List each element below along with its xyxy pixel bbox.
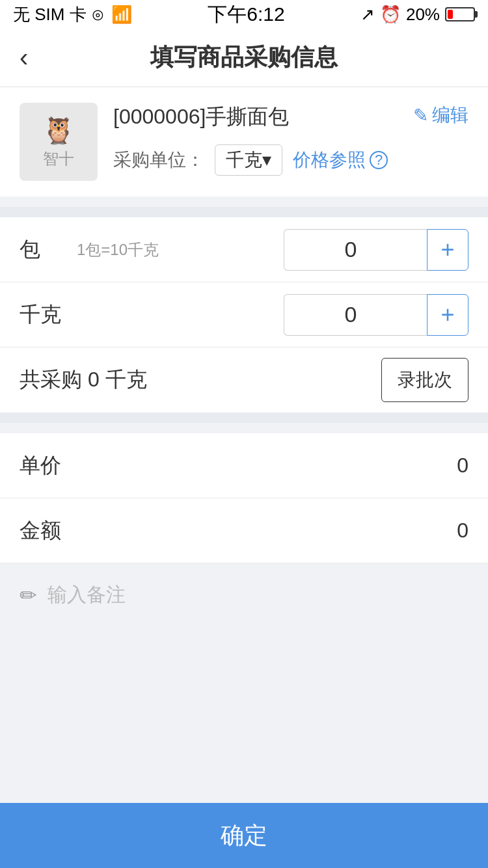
product-info: [0000006]手撕面包 ✎ 编辑 采购单位： 千克▾ 价格参照 ? xyxy=(113,103,468,176)
status-right: ↗ ⏰ 20% xyxy=(360,5,475,25)
unit-price-row: 单价 0 xyxy=(0,433,488,498)
product-image-label: 智十 xyxy=(43,148,74,169)
record-batch-button[interactable]: 录批次 xyxy=(381,358,468,402)
battery-icon xyxy=(445,7,475,21)
total-prefix: 共采购 xyxy=(20,368,82,391)
note-section[interactable]: ✏ 输入备注 xyxy=(0,563,488,627)
total-unit: 千克 xyxy=(105,368,147,391)
page-title: 填写商品采购信息 xyxy=(150,42,338,74)
separator-1 xyxy=(0,207,488,217)
nav-bar: ‹ 填写商品采购信息 xyxy=(0,29,488,87)
price-ref-button[interactable]: 价格参照 ? xyxy=(293,148,388,172)
product-name: [0000006]手撕面包 xyxy=(113,103,289,131)
alarm-icon: ⏰ xyxy=(380,5,401,25)
back-button[interactable]: ‹ xyxy=(20,43,28,72)
pencil-icon: ✏ xyxy=(20,583,37,608)
quantity-section: 包 1包=10千克 + 千克 + 共采购 0 千克 录批次 xyxy=(0,217,488,413)
unit-label: 采购单位： xyxy=(113,148,204,172)
help-icon: ? xyxy=(370,151,388,169)
amount-row: 金额 0 xyxy=(0,498,488,563)
wifi-icon: 📶 xyxy=(111,5,132,25)
unit-selector[interactable]: 千克▾ xyxy=(215,144,282,176)
price-section: 单价 0 金额 0 xyxy=(0,433,488,563)
product-image: 🦉 智十 xyxy=(20,103,98,181)
bottom-space xyxy=(0,627,488,822)
bag-row: 包 1包=10千克 + xyxy=(0,217,488,282)
location-icon: ↗ xyxy=(360,5,375,25)
kg-input-group: + xyxy=(284,294,468,336)
sim-status: 无 SIM 卡 ⊙ xyxy=(13,3,105,26)
kg-input[interactable] xyxy=(284,294,427,336)
total-text: 共采购 0 千克 xyxy=(20,366,147,394)
note-placeholder: 输入备注 xyxy=(47,582,126,608)
separator-2 xyxy=(0,413,488,423)
status-time: 下午6:12 xyxy=(208,1,284,28)
kg-row: 千克 + xyxy=(0,282,488,347)
status-left: 无 SIM 卡 ⊙ 📶 xyxy=(13,3,132,26)
price-ref-label: 价格参照 xyxy=(293,148,366,172)
product-unit-row: 采购单位： 千克▾ 价格参照 ? xyxy=(113,144,468,176)
bag-sublabel: 1包=10千克 xyxy=(77,239,159,260)
unit-price-value: 0 xyxy=(457,454,468,478)
edit-icon: ✎ xyxy=(413,105,428,126)
battery-percentage: 20% xyxy=(406,5,440,25)
bag-label: 包 xyxy=(20,236,72,264)
amount-label: 金额 xyxy=(20,517,61,545)
product-card: 🦉 智十 [0000006]手撕面包 ✎ 编辑 采购单位： 千克▾ 价格参照 ? xyxy=(0,87,488,197)
bag-input[interactable] xyxy=(284,229,427,271)
bag-plus-button[interactable]: + xyxy=(427,229,468,271)
product-header: [0000006]手撕面包 ✎ 编辑 xyxy=(113,103,468,131)
bag-input-group: + xyxy=(284,229,468,271)
battery-fill xyxy=(448,10,453,19)
unit-value: 千克▾ xyxy=(226,148,271,172)
unit-price-label: 单价 xyxy=(20,452,61,480)
status-bar: 无 SIM 卡 ⊙ 📶 下午6:12 ↗ ⏰ 20% xyxy=(0,0,488,29)
kg-plus-button[interactable]: + xyxy=(427,294,468,336)
total-row: 共采购 0 千克 录批次 xyxy=(0,347,488,413)
edit-label: 编辑 xyxy=(432,103,468,128)
kg-label: 千克 xyxy=(20,301,72,329)
amount-value: 0 xyxy=(457,519,468,543)
confirm-button[interactable]: 确定 xyxy=(0,803,488,868)
total-amount: 0 xyxy=(88,368,100,391)
edit-button[interactable]: ✎ 编辑 xyxy=(413,103,468,128)
product-owl-icon: 🦉 xyxy=(42,115,75,146)
